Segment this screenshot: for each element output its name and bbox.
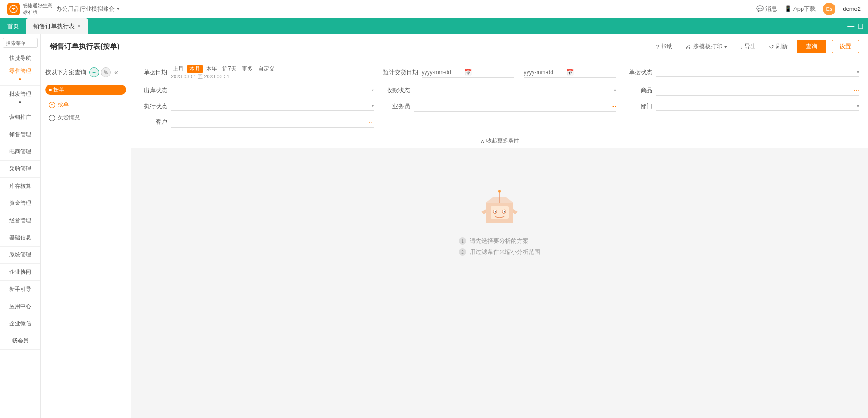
message-action[interactable]: 💬 消息 <box>756 5 777 13</box>
sidebar-item-operation[interactable]: 经营管理 <box>0 212 40 229</box>
sidebar-nav-label[interactable]: 快捷导航 <box>0 52 40 63</box>
shortcut-this-year[interactable]: 本年 <box>204 65 219 73</box>
shortcut-last-month[interactable]: 上月 <box>171 65 185 73</box>
customer-more-btn[interactable]: ··· <box>368 118 374 125</box>
scheme-tag-按单[interactable]: 按单 <box>45 85 126 95</box>
dept-label: 部门 <box>625 102 652 110</box>
step-2-num: 2 <box>459 248 466 256</box>
dept-select[interactable]: ▾ <box>656 102 859 111</box>
sidebar-item-marketing[interactable]: 营销推广 <box>0 109 40 126</box>
sidebar-item-purchase[interactable]: 采购管理 <box>0 161 40 178</box>
date-label: 单据日期 <box>140 68 167 76</box>
sidebar-item-appstore[interactable]: 应用中心 <box>0 298 40 315</box>
filter-row-status: 单据状态 ▾ <box>625 65 859 80</box>
goods-label: 商品 <box>625 86 652 95</box>
print-btn[interactable]: 🖨 按模板打印 ▾ <box>682 41 731 52</box>
search-input[interactable] <box>3 38 38 48</box>
left-scheme-panel: 按以下方案查询 + ✎ « 按单 <box>41 59 131 418</box>
svg-point-8 <box>504 211 505 213</box>
sidebar-item-member[interactable]: 畅会员 <box>0 332 40 350</box>
svg-point-10 <box>498 190 501 193</box>
exec-chevron-icon: ▾ <box>372 104 374 109</box>
expected-date-end-input[interactable] <box>524 69 565 76</box>
sidebar-item-guide[interactable]: 新手引导 <box>0 281 40 298</box>
export-btn[interactable]: ↓ 导出 <box>736 41 760 52</box>
shortcut-this-month[interactable]: 本月 <box>187 65 203 73</box>
chevron-wholesale-icon: ▲ <box>18 99 23 104</box>
sidebar-item-finance-label: 资金管理 <box>9 200 31 207</box>
filter-row-payment: 收款状态 ▾ <box>383 85 617 96</box>
scheme-tags: 按单 <box>41 81 131 98</box>
scheme-dot <box>49 89 52 91</box>
edit-scheme-btn[interactable]: ✎ <box>101 67 111 77</box>
minimize-btn[interactable]: — <box>847 22 854 30</box>
payment-select[interactable]: ▾ <box>414 86 617 95</box>
sub-item-按单[interactable]: ● 按单 <box>45 98 131 111</box>
sidebar-item-wholesale[interactable]: 批发管理 ▲ <box>0 86 40 109</box>
delivery-select[interactable]: ▾ <box>171 86 374 95</box>
sidebar-item-finance[interactable]: 资金管理 <box>0 195 40 212</box>
payment-chevron-icon: ▾ <box>614 88 616 93</box>
shortcut-more[interactable]: 更多 <box>240 65 255 73</box>
sidebar-item-system[interactable]: 系统管理 <box>0 247 40 264</box>
sidebar-search-wrap <box>0 34 40 52</box>
tab-home[interactable]: 首页 <box>0 18 26 34</box>
date-filter-control: 上月 本月 本年 近7天 更多 自定义 2023-03-01 至 2023-03… <box>171 65 374 80</box>
topbar-left: 畅捷通好生意 标准版 办公用品行业模拟账套 ▾ <box>7 2 120 15</box>
sidebar-item-wechat-label: 企业微信 <box>9 320 31 328</box>
sidebar-item-retail[interactable]: 零售管理 ▲ <box>0 63 40 86</box>
maximize-btn[interactable]: □ <box>858 22 863 30</box>
sidebar-item-wechat[interactable]: 企业微信 <box>0 315 40 332</box>
calendar-start-icon[interactable]: 📅 <box>464 69 472 76</box>
app-selector[interactable]: 办公用品行业模拟账套 ▾ <box>56 5 120 13</box>
salesperson-more-btn[interactable]: ··· <box>611 102 617 109</box>
status-select[interactable]: ▾ <box>656 68 859 77</box>
page-actions: ? 帮助 🖨 按模板打印 ▾ ↓ 导出 ↺ 刷新 查询 设置 <box>652 40 859 53</box>
salesperson-control: ··· <box>414 100 617 112</box>
sidebar-item-wholesale-label: 批发管理 <box>9 90 31 98</box>
export-icon: ↓ <box>740 43 743 50</box>
help-btn[interactable]: ? 帮助 <box>652 41 676 52</box>
sidebar-item-ecommerce[interactable]: 电商管理 <box>0 143 40 161</box>
delivery-chevron-icon: ▾ <box>372 88 374 93</box>
print-icon: 🖨 <box>685 43 691 50</box>
settings-btn[interactable]: 设置 <box>832 40 859 53</box>
user-avatar[interactable]: Ea <box>823 3 835 15</box>
goods-more-btn[interactable]: ··· <box>854 86 859 94</box>
collapse-row[interactable]: ∧ 收起更多条件 <box>131 133 868 148</box>
tab-close-icon[interactable]: × <box>77 23 80 29</box>
sub-item-欠货情况[interactable]: 欠货情况 <box>45 111 131 124</box>
sidebar-item-system-label: 系统管理 <box>9 251 31 259</box>
sidebar: 快捷导航 零售管理 ▲ 批发管理 ▲ 营销推广 销售管理 电商管理 采购管理 库… <box>0 34 41 418</box>
sidebar-item-sales[interactable]: 销售管理 <box>0 126 40 143</box>
exec-select[interactable]: ▾ <box>171 102 374 111</box>
expected-date-start-input[interactable] <box>422 69 462 76</box>
sub-items: ● 按单 欠货情况 <box>41 98 131 124</box>
calendar-end-icon[interactable]: 📅 <box>566 69 574 76</box>
query-btn[interactable]: 查询 <box>797 40 826 53</box>
refresh-btn[interactable]: ↺ 刷新 <box>765 41 791 52</box>
refresh-icon: ↺ <box>769 43 774 50</box>
goods-control: ··· <box>656 85 859 96</box>
topbar: 畅捷通好生意 标准版 办公用品行业模拟账套 ▾ 💬 消息 📱 App下载 Ea … <box>0 0 868 18</box>
content-area: 销售订单执行表(按单) ? 帮助 🖨 按模板打印 ▾ ↓ 导出 ↺ 刷新 <box>41 34 868 418</box>
sidebar-item-inventory-label: 库存核算 <box>9 182 31 190</box>
expected-date-label: 预计交货日期 <box>383 68 418 76</box>
shortcut-7days[interactable]: 近7天 <box>221 65 238 73</box>
shortcut-custom[interactable]: 自定义 <box>256 65 276 73</box>
tab-active[interactable]: 销售订单执行表 × <box>26 18 88 34</box>
add-scheme-btn[interactable]: + <box>89 67 99 77</box>
logo-area: 畅捷通好生意 标准版 <box>7 2 52 15</box>
status-label: 单据状态 <box>625 68 652 76</box>
expected-date-end-wrap: 📅 <box>524 67 617 78</box>
date-range-text: 2023-03-01 至 2023-03-31 <box>171 73 374 80</box>
sidebar-item-collab[interactable]: 企业协同 <box>0 264 40 281</box>
filter-grid: 单据日期 上月 本月 本年 近7天 更多 自定义 20 <box>131 59 868 133</box>
username-label: demo2 <box>843 5 861 12</box>
chevron-retail-icon: ▲ <box>18 76 23 81</box>
empty-step-1: 1 请先选择要分析的方案 <box>459 237 540 245</box>
sidebar-item-basic[interactable]: 基础信息 <box>0 229 40 247</box>
app-download-action[interactable]: 📱 App下载 <box>784 5 816 13</box>
sidebar-item-inventory[interactable]: 库存核算 <box>0 178 40 195</box>
collapse-scheme-btn[interactable]: « <box>114 69 118 76</box>
